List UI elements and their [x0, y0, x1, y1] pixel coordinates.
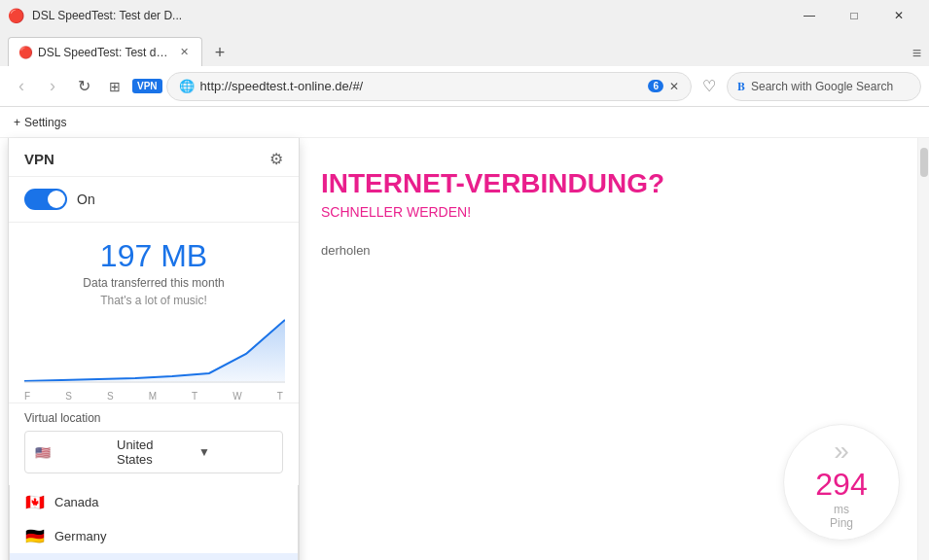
dropdown-arrow: ▼	[198, 445, 272, 459]
germany-flag: 🇩🇪	[25, 527, 45, 545]
selected-flag: 🇺🇸	[35, 445, 109, 460]
settings-label: Settings	[24, 116, 66, 129]
browser-content: INTERNET-VERBINDUNG? SCHNELLER WERDEN! d…	[0, 138, 929, 560]
canada-label: Canada	[54, 495, 99, 509]
chart-labels: F S S M T W T	[24, 391, 283, 402]
location-dropdown: 🇨🇦 Canada 🇩🇪 Germany 🇺🇸 United States	[9, 485, 299, 560]
new-tab-button[interactable]: +	[206, 39, 233, 66]
back-button[interactable]: ‹	[8, 73, 35, 100]
window-title: DSL SpeedTest: Test der D...	[32, 9, 779, 22]
url-badge-close[interactable]: ✕	[669, 80, 679, 93]
ping-circle: » 294 ms Ping	[783, 424, 900, 541]
vpn-location-section: Virtual location 🇺🇸 United States ▼	[9, 402, 299, 485]
canada-flag: 🇨🇦	[25, 493, 45, 511]
vpn-settings-button[interactable]: ⚙	[269, 150, 283, 168]
search-icon: 𝐁	[737, 80, 745, 93]
chart-label-t2: T	[277, 391, 283, 402]
url-text: http://speedtest.t-online.de/#/	[200, 79, 643, 93]
vpn-data-section: 197 MB Data transferred this month That'…	[9, 223, 299, 315]
bookmarks-bar: + Settings	[0, 107, 929, 138]
add-bookmark-button[interactable]: + Settings	[8, 114, 72, 131]
globe-icon: 🌐	[179, 79, 195, 93]
forward-button[interactable]: ›	[39, 73, 66, 100]
vpn-toggle-label: On	[77, 192, 95, 207]
vpn-panel: VPN ⚙ On 197 MB Data transferred this mo…	[8, 138, 300, 560]
url-bar[interactable]: 🌐 http://speedtest.t-online.de/#/ 6 ✕	[166, 72, 692, 101]
location-select[interactable]: 🇺🇸 United States ▼	[24, 431, 283, 473]
tab-title: DSL SpeedTest: Test der D	[38, 46, 170, 59]
tab-bar: 🔴 DSL SpeedTest: Test der D ✕ + ≡	[0, 31, 929, 66]
vpn-data-label: Data transferred this month	[24, 276, 283, 290]
add-icon: +	[14, 116, 20, 129]
ping-label: Ping	[830, 516, 853, 530]
page-heading: INTERNET-VERBINDUNG?	[302, 138, 929, 200]
refresh-button[interactable]: ↻	[70, 73, 97, 100]
chart-label-m: M	[149, 391, 157, 402]
svg-marker-0	[24, 320, 285, 383]
minimize-button[interactable]: —	[787, 0, 832, 31]
vpn-toggle[interactable]	[24, 189, 67, 210]
chart-label-w: W	[232, 391, 241, 402]
search-box[interactable]: 𝐁 Search with Google Search	[727, 72, 921, 101]
vpn-panel-header: VPN ⚙	[9, 138, 299, 177]
search-placeholder: Search with Google Search	[751, 80, 893, 93]
chart-label-s2: S	[107, 391, 114, 402]
vpn-data-amount: 197 MB	[24, 238, 283, 274]
maximize-button[interactable]: □	[832, 0, 876, 31]
tabs-grid-button[interactable]: ⊞	[101, 73, 128, 100]
tab-favicon: 🔴	[18, 46, 32, 59]
germany-label: Germany	[54, 529, 106, 543]
close-button[interactable]: ✕	[876, 0, 921, 31]
heading-text: INTERNET-VERBINDUNG?	[321, 168, 664, 198]
dropdown-item-us[interactable]: 🇺🇸 United States	[10, 553, 298, 560]
dropdown-item-germany[interactable]: 🇩🇪 Germany	[10, 519, 298, 553]
tab-close-button[interactable]: ✕	[176, 45, 192, 60]
ping-value: 294	[815, 467, 867, 503]
chart-label-t1: T	[192, 391, 197, 402]
vpn-chart-svg	[24, 315, 285, 383]
address-bar: ‹ › ↻ ⊞ VPN 🌐 http://speedtest.t-online.…	[0, 66, 929, 107]
vpn-badge[interactable]: VPN	[132, 79, 162, 93]
dropdown-item-canada[interactable]: 🇨🇦 Canada	[10, 485, 298, 519]
ping-unit: ms	[834, 503, 849, 516]
page-repeat-text: derholen	[302, 224, 929, 258]
title-bar: 🔴 DSL SpeedTest: Test der D... — □ ✕	[0, 0, 929, 31]
vpn-data-sub: That's a lot of music!	[24, 294, 283, 307]
bookmark-heart-button[interactable]: ♡	[696, 73, 723, 100]
window-controls: — □ ✕	[787, 0, 921, 31]
selected-location-text: United States	[117, 438, 191, 467]
vpn-toggle-row: On	[9, 177, 299, 223]
arrows-icon: »	[834, 436, 849, 467]
vpn-panel-title: VPN	[24, 151, 54, 167]
chart-label-f: F	[24, 391, 30, 402]
active-tab[interactable]: 🔴 DSL SpeedTest: Test der D ✕	[8, 37, 202, 66]
page-content: INTERNET-VERBINDUNG? SCHNELLER WERDEN! d…	[302, 138, 929, 560]
location-label: Virtual location	[24, 411, 283, 425]
scrollbar[interactable]	[917, 138, 929, 560]
menu-icon[interactable]: ≡	[912, 45, 921, 66]
chart-label-s1: S	[65, 391, 72, 402]
vpn-chart: F S S M T W T	[9, 315, 299, 402]
app-icon: 🔴	[8, 8, 24, 23]
page-subheading: SCHNELLER WERDEN!	[302, 200, 929, 224]
scrollbar-thumb[interactable]	[920, 148, 928, 177]
url-badge[interactable]: 6	[648, 80, 663, 92]
